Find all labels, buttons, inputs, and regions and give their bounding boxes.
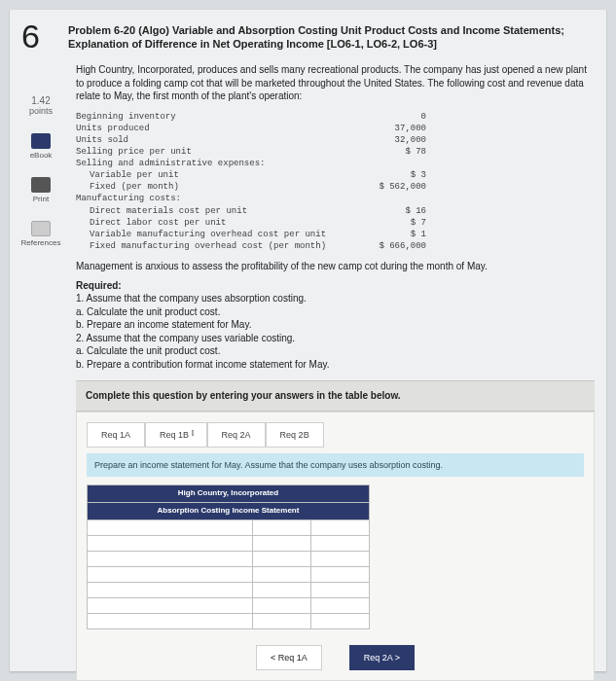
complete-instruction-bar: Complete this question by entering your … [76,380,595,412]
main-content: High Country, Incorporated, produces and… [76,63,595,681]
data-value: 0 [348,111,426,123]
table-row [88,598,370,614]
table-cell[interactable] [311,598,370,614]
points-label: points [29,106,53,116]
references-icon [31,221,51,236]
data-row: Beginning inventory0 [76,111,595,123]
data-value: $ 666,000 [348,240,426,252]
data-label: Direct labor cost per unit [76,217,348,229]
problem-title: Problem 6-20 (Algo) Variable and Absorpt… [68,23,595,52]
table-cell[interactable] [253,536,311,552]
sidebar-item-references[interactable]: References [21,221,61,247]
points-value: 1.42 [29,95,53,106]
tab-row: Req 1A Req 1B Req 2A Req 2B [87,422,584,448]
references-label: References [21,238,61,247]
sidebar-item-print[interactable]: Print [31,177,51,203]
table-row [88,614,370,629]
required-line: b. Prepare a contribution format income … [76,358,595,372]
table-cell[interactable] [253,614,311,629]
income-statement-table: High Country, Incorporated Absorption Co… [87,484,370,629]
table-cell[interactable] [88,552,253,567]
left-sidebar: 1.42 points eBook Print References [18,95,64,247]
data-label: Selling and administrative expenses: [76,158,348,169]
required-line: 2. Assume that the company uses variable… [76,332,595,345]
tab-req-1a[interactable]: Req 1A [87,422,145,448]
question-number: 6 [21,18,68,55]
data-row: Variable manufacturing overhead cost per… [76,229,595,240]
table-cell[interactable] [88,567,253,583]
table-row [88,552,370,567]
ebook-label: eBook [30,151,53,160]
sidebar-item-ebook[interactable]: eBook [30,133,53,160]
table-cell[interactable] [311,552,370,567]
data-row: Variable per unit$ 3 [76,169,595,181]
next-button[interactable]: Req 2A > [349,645,415,670]
table-cell[interactable] [311,520,370,536]
data-label: Fixed manufacturing overhead cost (per m… [76,240,348,252]
table-cell[interactable] [253,520,311,536]
data-block: Beginning inventory0Units produced37,000… [76,111,595,253]
data-label: Fixed (per month) [76,181,348,193]
data-row: Manufacturing costs: [76,193,595,204]
table-cell[interactable] [88,583,253,598]
table-company-header: High Country, Incorporated [88,485,370,503]
table-cell[interactable] [253,583,311,598]
table-cell[interactable] [88,598,253,614]
table-cell[interactable] [88,520,253,536]
data-row: Direct labor cost per unit$ 7 [76,217,595,229]
data-row: Direct materials cost per unit$ 16 [76,205,595,217]
nav-buttons: < Req 1A Req 2A > [87,645,584,670]
tab-instruction: Prepare an income statement for May. Ass… [87,453,584,477]
table-row [88,520,370,536]
data-value: 32,000 [348,134,426,146]
data-row: Units sold32,000 [76,134,595,146]
table-row [88,583,370,598]
data-value [348,193,426,204]
tab-req-1b[interactable]: Req 1B [145,422,207,448]
intro-text: High Country, Incorporated, produces and… [76,63,595,103]
data-row: Units produced37,000 [76,123,595,134]
data-value: 37,000 [348,123,426,134]
table-cell[interactable] [311,567,370,583]
required-heading: Required: [76,279,595,293]
data-row: Fixed manufacturing overhead cost (per m… [76,240,595,252]
book-icon [31,133,51,149]
data-label: Selling price per unit [76,146,348,158]
required-list: 1. Assume that the company uses absorpti… [76,292,595,371]
data-value: $ 1 [348,229,426,240]
print-label: Print [31,195,51,203]
required-line: a. Calculate the unit product cost. [76,344,595,358]
table-cell[interactable] [253,552,311,567]
table-cell[interactable] [311,536,370,552]
data-label: Units sold [76,134,348,146]
table-statement-header: Absorption Costing Income Statement [88,503,370,520]
answer-panel: Req 1A Req 1B Req 2A Req 2B Prepare an i… [76,412,595,681]
data-label: Variable per unit [76,169,348,181]
data-value: $ 7 [348,217,426,229]
table-row [88,567,370,583]
data-row: Selling price per unit$ 78 [76,146,595,158]
tab-req-2a[interactable]: Req 2A [207,422,266,448]
data-row: Fixed (per month)$ 562,000 [76,181,595,193]
table-row [88,536,370,552]
table-cell[interactable] [88,614,253,629]
data-label: Direct materials cost per unit [76,205,348,217]
print-icon [31,177,51,193]
data-value: $ 16 [348,205,426,217]
required-line: 1. Assume that the company uses absorpti… [76,292,595,305]
points-block: 1.42 points [29,95,53,116]
required-line: b. Prepare an income statement for May. [76,318,595,332]
prev-button[interactable]: < Req 1A [256,645,322,670]
data-value: $ 78 [348,146,426,158]
tab-req-2b[interactable]: Req 2B [266,422,324,448]
data-label: Variable manufacturing overhead cost per… [76,229,348,240]
data-value: $ 3 [348,169,426,181]
data-label: Beginning inventory [76,111,348,123]
text-cursor-icon [192,429,193,441]
table-cell[interactable] [311,614,370,629]
table-cell[interactable] [253,598,311,614]
management-text: Management is anxious to assess the prof… [76,260,595,273]
table-cell[interactable] [253,567,311,583]
table-cell[interactable] [311,583,370,598]
table-cell[interactable] [88,536,253,552]
